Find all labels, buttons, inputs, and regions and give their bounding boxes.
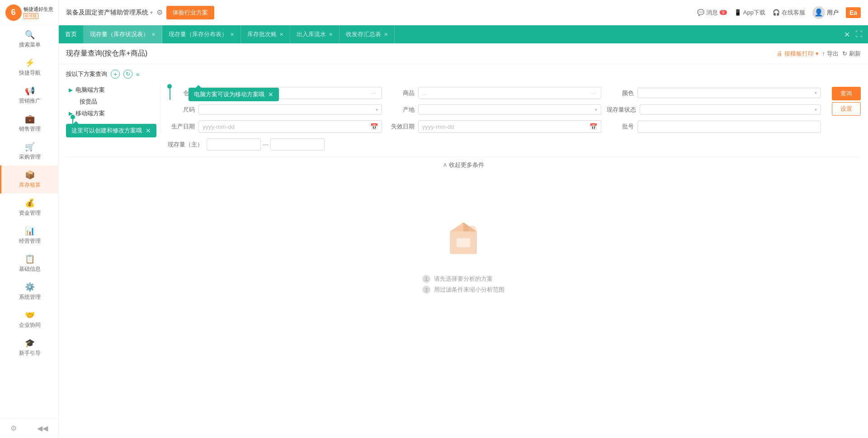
tab-close-inventory-status[interactable]: ✕ <box>151 32 156 38</box>
warehouse-more-icon[interactable]: ··· <box>370 90 378 96</box>
header-settings-icon[interactable]: ⚙ <box>156 8 163 17</box>
operation-icon: 📊 <box>25 226 35 236</box>
tab-summary[interactable]: 收发存汇总表 ✕ <box>340 25 395 43</box>
sidebar-item-quicknav[interactable]: ⚡ 快捷导航 <box>0 53 58 81</box>
origin-label: 产地 <box>387 106 415 114</box>
tab-flow[interactable]: 出入库流水 ✕ <box>290 25 340 43</box>
user-menu[interactable]: 👤 用户 <box>812 6 839 19</box>
tab-close-all-icon[interactable]: ✕ <box>842 28 852 41</box>
batch-label: 批号 <box>607 122 634 131</box>
refresh-button[interactable]: ↻ 刷新 <box>842 50 861 58</box>
sidebar-item-inventory[interactable]: 📦 库存核算 <box>0 165 58 193</box>
stock-status-label: 现存量状态 <box>607 106 636 114</box>
experience-button[interactable]: 体验行业方案 <box>166 6 214 19</box>
scheme-tooltip-close[interactable]: ✕ <box>268 91 274 98</box>
scheme-desktop-child[interactable]: 按货品 <box>77 96 156 108</box>
filter-add-button[interactable]: + <box>111 70 120 79</box>
sidebar-item-system[interactable]: ⚙️ 系统管理 <box>0 278 58 306</box>
page-title: 现存量查询(按仓库+商品) <box>66 49 147 58</box>
stock-main-from[interactable] <box>207 138 261 151</box>
app-download-label: App下载 <box>743 9 765 17</box>
scheme-mobile-label: 移动端方案 <box>75 109 105 118</box>
quicknav-icon: ⚡ <box>25 58 35 68</box>
tab-expand-icon[interactable]: ⛶ <box>854 28 864 40</box>
basic-icon: 📋 <box>25 254 35 264</box>
stock-status-select[interactable]: ▾ <box>640 104 821 115</box>
sidebar-item-finance[interactable]: 💰 资金管理 <box>0 193 58 221</box>
sidebar-item-marketing[interactable]: 📢 营销推广 <box>0 81 58 109</box>
sidebar-item-sales[interactable]: 💼 销售管理 <box>0 109 58 137</box>
scheme-desktop-node[interactable]: ▶ 电脑端方案 <box>66 84 156 96</box>
scheme-create-tooltip-close[interactable]: ✕ <box>146 127 151 134</box>
expire-date-input[interactable]: yyyy-mm-dd 📅 <box>418 120 602 133</box>
system-name-select[interactable]: 装备及固定资产辅助管理系统 ▾ <box>66 9 153 17</box>
sidebar-item-search[interactable]: 🔍 搜索菜单 <box>0 25 58 53</box>
goods-more-icon[interactable]: ··· <box>589 90 597 96</box>
tab-close-inventory-dist[interactable]: ✕ <box>230 32 234 38</box>
headset-icon: 🎧 <box>773 9 780 16</box>
filter-row-3: 生产日期 yyyy-mm-dd 📅 失效日期 yyyy-mm-dd <box>160 118 828 136</box>
batch-input[interactable] <box>637 121 821 133</box>
size-select[interactable]: ▾ <box>198 104 382 115</box>
tab-bar: 首页 现存量（库存状况表） ✕ 现存量（库存分布表） ✕ 库存批次账 ✕ 出入库… <box>59 25 868 43</box>
sidebar-item-operation[interactable]: 📊 经营管理 <box>0 221 58 250</box>
filter-expire-date: 失效日期 yyyy-mm-dd 📅 <box>387 120 602 133</box>
filter-area: 按以下方案查询 + ↻ « 电脑方案可设为移动方案哦 ✕ <box>59 64 868 173</box>
create-tooltip-dot <box>71 115 75 119</box>
filter-label: 按以下方案查询 <box>66 70 107 78</box>
print-icon: 🖨 <box>777 50 783 57</box>
tab-inventory-dist[interactable]: 现存量（库存分布表） ✕ <box>162 25 241 43</box>
inventory-icon: 📦 <box>25 170 35 180</box>
stock-main-to[interactable] <box>270 138 325 151</box>
scheme-desktop-label: 电脑端方案 <box>75 86 105 94</box>
message-button[interactable]: 💬 消息 9 <box>697 9 727 17</box>
filter-arrow-icon[interactable]: « <box>136 71 140 78</box>
goods-placeholder: ... <box>422 89 427 96</box>
origin-select[interactable]: ▾ <box>418 104 602 115</box>
step-num-1: 1 <box>422 275 430 283</box>
sidebar-item-basic[interactable]: 📋 基础信息 <box>0 250 58 278</box>
message-icon: 💬 <box>697 9 704 16</box>
tab-inventory-status[interactable]: 现存量（库存状况表） ✕ <box>84 25 162 43</box>
filter-refresh-button[interactable]: ↻ <box>123 70 132 79</box>
tab-close-batch[interactable]: ✕ <box>279 32 283 38</box>
size-dropdown-arrow: ▾ <box>376 107 378 112</box>
template-print-button[interactable]: 🖨 按模板打印 ▾ <box>777 50 819 58</box>
sidebar-item-corp[interactable]: 🤝 企业协同 <box>0 306 58 334</box>
app-download-button[interactable]: 📱 App下载 <box>734 9 765 17</box>
collapse-sidebar-icon[interactable]: ◀◀ <box>37 424 48 433</box>
tab-home[interactable]: 首页 <box>59 25 84 43</box>
marketing-icon: 📢 <box>25 86 35 96</box>
tab-close-summary[interactable]: ✕ <box>384 32 388 38</box>
settings-bottom-icon[interactable]: ⚙ <box>10 424 17 433</box>
collapse-button[interactable]: ∧ 收起更多条件 <box>66 157 861 173</box>
color-dropdown-arrow: ▾ <box>815 90 817 95</box>
filter-origin: 产地 ▾ <box>387 104 602 115</box>
scheme-tree: ▶ 电脑端方案 按货品 ▶ 移动端方案 <box>66 84 160 133</box>
produce-date-input[interactable]: yyyy-mm-dd 📅 <box>198 120 382 133</box>
guide-icon: 🎓 <box>25 338 35 348</box>
expire-date-label: 失效日期 <box>387 122 415 131</box>
expire-date-calendar-icon[interactable]: 📅 <box>590 123 597 130</box>
goods-select[interactable]: ... ··· <box>418 87 602 99</box>
notification-badge: 9 <box>720 10 727 15</box>
step-num-2: 2 <box>422 286 430 294</box>
sidebar-item-purchase[interactable]: 🛒 采购管理 <box>0 137 58 165</box>
produce-date-calendar-icon[interactable]: 📅 <box>370 123 378 130</box>
setting-button[interactable]: 设置 <box>832 102 861 116</box>
scheme-tooltip: 电脑方案可设为移动方案哦 ✕ <box>189 88 279 101</box>
purchase-icon: 🛒 <box>25 142 35 152</box>
tab-batch[interactable]: 库存批次账 ✕ <box>241 25 290 43</box>
sidebar: 6 畅捷通好生意 标准版 🔍 搜索菜单 ⚡ 快捷导航 📢 营销推广 💼 销售管理… <box>0 0 59 438</box>
scheme-mobile-node[interactable]: ▶ 移动端方案 <box>66 108 156 119</box>
export-button[interactable]: ↑ 导出 <box>822 50 839 58</box>
search-button[interactable]: 查询 <box>832 87 861 100</box>
tab-close-flow[interactable]: ✕ <box>329 32 333 38</box>
color-select[interactable]: ▾ <box>637 88 821 98</box>
ea-badge: Ea <box>846 7 861 18</box>
export-icon: ↑ <box>822 50 826 57</box>
sidebar-item-guide[interactable]: 🎓 新手引导 <box>0 334 58 362</box>
search-icon: 🔍 <box>25 30 35 40</box>
filter-row-4: 现存量（主） — <box>160 136 828 153</box>
online-support-button[interactable]: 🎧 在线客服 <box>773 9 805 17</box>
